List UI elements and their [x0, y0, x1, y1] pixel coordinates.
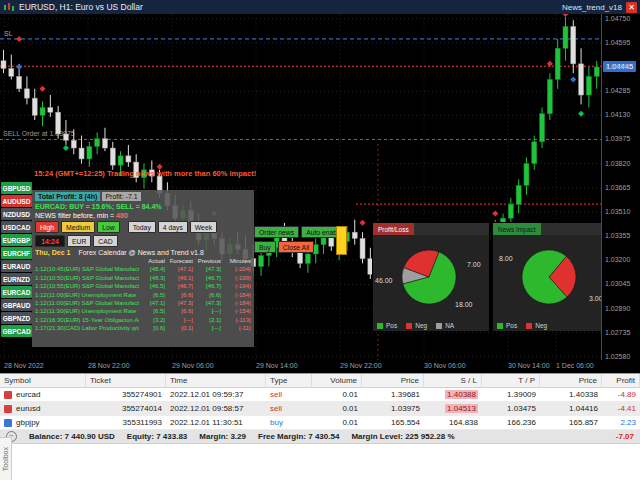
symbol-chip-eurchf[interactable]: EURCHF — [1, 247, 32, 259]
column-header[interactable]: Price — [362, 374, 424, 387]
impact-button-low[interactable]: Low — [97, 221, 119, 233]
column-header[interactable]: Price — [540, 374, 602, 387]
time-label: 29 Nov 14:00 — [256, 362, 298, 369]
profit-loss-tab[interactable]: Profit/Loss — [373, 223, 414, 235]
calendar-row: 1:17(21:30(CAD) Labor Productivity q/q[0… — [35, 324, 251, 332]
calendar-row: 1:12(11:00(EUR) Unemployment Rate[6.5][6… — [35, 291, 251, 299]
price-label: 1.03510 — [605, 208, 630, 215]
symbol-chip-list: GBPUSDAUDUSDNZDUSDUSDCADEURGBPEURCHFEURA… — [1, 182, 32, 337]
calendar-row: 1:12(10:45(EUR) S&P Global Manufacturing… — [35, 265, 251, 273]
chart-plot-area[interactable]: SLSELL Order at 1.03975 15:24 (GMT+=12:2… — [0, 14, 601, 360]
panel-collapse-handle[interactable] — [336, 226, 347, 255]
legend-item-pos: Pos — [377, 322, 397, 329]
profit-loss-pie-panel: Profit/Loss 46.007.0018.00 PosNegNA — [372, 222, 490, 332]
column-header[interactable]: Type — [266, 374, 312, 387]
column-header[interactable]: Symbol — [0, 374, 86, 387]
column-header[interactable]: T / P — [482, 374, 540, 387]
price-label: 1.02735 — [605, 329, 630, 336]
currency-button-eur[interactable]: EUR — [67, 235, 91, 247]
calendar-column-headers: ActualForecastPreviousMinutes — [35, 257, 251, 265]
time-label: 30 Nov 06:00 — [424, 362, 466, 369]
column-header[interactable]: Volume — [312, 374, 362, 387]
chart-title: EURUSD, H1: Euro vs US Dollar — [19, 2, 143, 12]
time-label: 1 Dec 06:00 — [556, 362, 594, 369]
candlestick-chart-icon — [3, 3, 15, 12]
toolbox-trade-panel: SymbolTicketTimeTypeVolumePriceS / LT / … — [0, 373, 640, 480]
news-impact-pie-chart: 8.003.00 — [493, 235, 612, 317]
summary-metric: Margin: 3.29 — [199, 432, 246, 441]
sl-proximity-alert: 1.40388 — [445, 390, 478, 399]
symbol-chip-eurnzd[interactable]: EURNZD — [1, 273, 32, 285]
price-label: 1.03665 — [605, 184, 630, 191]
price-label: 1.02890 — [605, 305, 630, 312]
calendar-row-list: 1:12(10:45(EUR) S&P Global Manufacturing… — [35, 265, 251, 332]
symbol-chip-gbpnzd[interactable]: GBPNZD — [1, 312, 32, 324]
time-label: 30 Nov 14:00 — [508, 362, 550, 369]
symbol-chip-usdcad[interactable]: USDCAD — [1, 221, 32, 233]
calendar-date: Thu, Dec 1 — [35, 249, 70, 256]
column-header[interactable]: S / L — [424, 374, 482, 387]
column-header[interactable]: Profit — [602, 374, 640, 387]
summary-metric: Margin Level: 225 952.28 % — [351, 432, 454, 441]
range-button-4-days[interactable]: 4 days — [158, 221, 188, 233]
summary-metric: Free Margin: 7 430.54 — [258, 432, 339, 441]
symbol-chip-eurgbp[interactable]: EURGBP — [1, 234, 32, 246]
range-button-today[interactable]: Today — [128, 221, 156, 233]
news-impact-legend: PosNeg — [497, 322, 547, 329]
toolbox-side-tab[interactable]: Toolbox — [0, 437, 12, 480]
impact-button-row: HighMediumLowToday4 daysWeek — [35, 221, 251, 233]
close-all-button[interactable]: Close All — [278, 241, 314, 253]
svg-text:7.00: 7.00 — [467, 261, 481, 268]
signal-text: EURCAD: BUY = 15.6%; SELL = 84.4% — [35, 203, 251, 210]
legend-item-na: NA — [436, 322, 454, 329]
impact-button-high[interactable]: High — [35, 221, 59, 233]
buy-order-icon — [4, 419, 12, 427]
news-filter-text: NEWS filter before, min = 480 — [35, 212, 251, 219]
symbol-chip-gbpaud[interactable]: GBPAUD — [1, 299, 32, 311]
legend-item-pos: Pos — [497, 322, 517, 329]
buy-button[interactable]: Buy — [254, 241, 276, 253]
time-label: 29 Nov 22:00 — [340, 362, 382, 369]
order-news-button[interactable]: Order news — [254, 226, 299, 238]
ea-action-buttons: Order newsAuto enable BuyClose All — [254, 226, 340, 256]
impact-button-medium[interactable]: Medium — [61, 221, 95, 233]
price-label: 1.04130 — [605, 111, 630, 118]
calendar-row: 1:12(10:55(EUR) S&P Global Manufacturing… — [35, 282, 251, 290]
sl-proximity-alert: 1.04513 — [445, 404, 478, 413]
profit-loss-pie-chart: 46.007.0018.00 — [373, 235, 489, 317]
range-button-week[interactable]: Week — [190, 221, 217, 233]
price-label: 1.04750 — [605, 15, 630, 22]
time-label: 28 Nov 2022 — [4, 362, 44, 369]
time-axis[interactable]: 28 Nov 202228 Nov 22:0029 Nov 06:0029 No… — [0, 360, 640, 373]
svg-text:46.00: 46.00 — [375, 277, 393, 284]
symbol-chip-gbpcad[interactable]: GBPCAD — [1, 325, 32, 337]
symbol-chip-euraud[interactable]: EURAUD — [1, 260, 32, 272]
trade-row-gbpjpy[interactable]: gbpjpy3553119932022.12.01 11:30:51buy0.0… — [0, 416, 640, 430]
price-label: 1.03355 — [605, 232, 630, 239]
price-label: 1.03975 — [605, 135, 630, 142]
price-label: 1.04440 — [605, 63, 630, 70]
news-countdown-badge: 14:24 — [35, 235, 65, 247]
currency-button-row: 14:24 EUR CAD — [35, 235, 251, 247]
close-indicator-button[interactable]: ✕ — [626, 2, 637, 13]
currency-button-cad[interactable]: CAD — [93, 235, 117, 247]
column-header[interactable]: Time — [166, 374, 266, 387]
news-impact-tab[interactable]: News Impact — [493, 223, 541, 235]
svg-text:SL: SL — [4, 30, 13, 37]
column-header[interactable]: Ticket — [86, 374, 166, 387]
price-label: 1.03820 — [605, 160, 630, 167]
symbol-chip-gbpusd[interactable]: GBPUSD — [1, 182, 32, 194]
symbol-chip-audusd[interactable]: AUDUSD — [1, 195, 32, 207]
price-label: 1.02580 — [605, 353, 630, 360]
time-label: 29 Nov 06:00 — [172, 362, 214, 369]
chart-title-bar: EURUSD, H1: Euro vs US Dollar News_trend… — [0, 0, 640, 14]
trade-row-eurcad[interactable]: eurcad3552749012022.12.01 09:59:37sell0.… — [0, 388, 640, 402]
trade-row-eurusd[interactable]: eurusd3552740142022.12.01 09:58:57sell0.… — [0, 402, 640, 416]
news-alert-text: 15:24 (GMT+=12:25) Trading news with mor… — [34, 169, 256, 178]
symbol-chip-eurcad[interactable]: EURCAD — [1, 286, 32, 298]
summary-metric: Balance: 7 440.90 USD — [29, 432, 115, 441]
summary-metric: Equity: 7 433.83 — [127, 432, 187, 441]
news-ea-panel: Total Profit: 8 (4h) Profit: -7.1 EURCAD… — [32, 190, 254, 347]
symbol-chip-nzdusd[interactable]: NZDUSD — [1, 208, 32, 220]
price-scale[interactable]: 1.04445 1.047501.045951.044401.042851.04… — [601, 14, 640, 360]
